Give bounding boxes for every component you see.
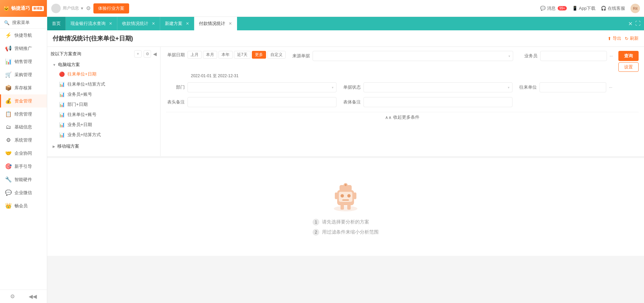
partner-select[interactable] [539,82,606,92]
empty-tip-1: 1 请先选择要分析的方案 [313,219,379,225]
last-month-btn[interactable]: 上月 [187,51,202,59]
sidebar-item-finance[interactable]: 💰 资金管理 [0,94,47,108]
refresh-button[interactable]: ↻ 刷新 [625,35,639,41]
tab-home[interactable]: 首页 [47,17,66,30]
scheme-label-unit-settle: 往来单位+结算方式 [67,81,105,87]
scheme-item-staff-date[interactable]: 📊 业务员+日期 [51,120,157,130]
bill-status-label: 单据状态 [342,84,361,90]
sidebar-item-quick-nav[interactable]: ⚡ 快捷导航 [0,29,47,42]
scheme-item-dept-date[interactable]: 📊 部门+日期 [51,99,157,110]
filter-row-1: 单据日期 上月 本月 本年 近7天 更多 自定义 来源单据 [166,51,639,72]
svg-rect-8 [341,205,344,210]
partner-field: 往来单位 ··· [518,82,612,92]
filter-row-3: 表头备注 表体备注 [166,97,639,107]
mobile-group-label: 移动端方案 [57,143,79,149]
export-button[interactable]: ⬆ 导出 [608,35,621,41]
sidebar-item-guide[interactable]: 🎯 新手引导 [0,160,47,173]
scheme-item-unit-date[interactable]: 🔴 往来单位+日期 [51,69,157,79]
scheme-icon-unit-date: 🔴 [59,71,65,77]
tab-bank-flow[interactable]: 现金银行流水查询✕ [66,17,117,30]
sidebar-footer: ⚙ ◀◀ [0,290,47,303]
header-note-input[interactable] [187,97,336,107]
this-year-btn[interactable]: 本年 [218,51,233,59]
dept-select[interactable]: ▾ [187,82,336,92]
collapse-scheme-btn[interactable]: ◀ [153,51,157,57]
last-7days-btn[interactable]: 近7天 [234,51,251,59]
footer-collapse-icon[interactable]: ◀◀ [29,293,37,300]
nav-icon-guide: 🎯 [5,163,12,170]
custom-date-btn[interactable]: 自定义 [267,51,286,59]
app-download-btn[interactable]: 📱 App下载 [572,5,595,11]
footer-settings-icon[interactable]: ⚙ [10,293,15,300]
filter-area: 按以下方案查询 + ⚙ ◀ ▼ 电脑端方案 [47,47,644,156]
user-dropdown-arrow[interactable]: ▾ [81,6,83,11]
staff-select[interactable] [540,51,607,61]
scheme-icon-unit-account: 📊 [59,112,65,117]
svg-point-4 [347,194,351,198]
scheme-item-staff-account[interactable]: 📊 业务员+账号 [51,89,157,99]
add-scheme-btn[interactable]: + [134,50,142,58]
close-all-tabs-icon[interactable]: ✕ [628,21,633,27]
source-bill-select[interactable]: ▾ [313,51,513,61]
staff-more-btn[interactable]: ··· [610,54,613,58]
tab-new-scheme[interactable]: 新建方案✕ [160,17,194,30]
scheme-item-unit-settle[interactable]: 📊 往来单位+结算方式 [51,79,157,89]
settings-icon: ⚙ [146,52,149,56]
sidebar-item-member[interactable]: 👑 畅会员 [0,199,47,212]
nav-label-finance: 资金管理 [14,98,32,104]
scheme-icon-dept-date: 📊 [59,102,65,107]
nav-label-basic: 基础信息 [14,124,32,130]
body-note-field: 表体备注 [342,97,513,107]
user-avatar-small[interactable]: Rit [631,4,640,13]
dept-arrow-icon: ▾ [332,86,333,89]
sidebar-nav: ⚡ 快捷导航 📢 营销推广 📊 销售管理 🛒 采购管理 📦 库存核算 💰 资金管… [0,29,47,212]
sidebar-item-purchase[interactable]: 🛒 采购管理 [0,68,47,81]
tab-items: 首页现金银行流水查询✕收款情况统计✕新建方案✕付款情况统计✕ [47,17,237,30]
header-right-actions: 💬 消息 99+ 📱 App下载 🎧 在线客服 Rit [540,4,640,13]
pc-scheme-group-header[interactable]: ▼ 电脑端方案 [51,60,157,69]
refresh-label: 刷新 [630,35,639,41]
bill-status-select[interactable]: ▾ [363,82,513,92]
body-note-input[interactable] [363,97,513,107]
tab-payment-stats[interactable]: 收款情况统计✕ [117,17,160,30]
settings-scheme-btn[interactable]: ⚙ [144,50,151,58]
sidebar-item-basic[interactable]: 🗂 基础信息 [0,121,47,133]
partner-more-btn[interactable]: ··· [609,85,612,90]
query-button[interactable]: 查询 [618,51,639,61]
add-icon: + [137,52,139,56]
trial-button[interactable]: 体验行业方案 [93,3,129,13]
collapse-more-btn[interactable]: ∧∧ 收起更多条件 [166,112,639,122]
tab-label-new-scheme: 新建方案 [165,21,182,27]
staff-label: 业务员 [519,53,537,59]
tab-close-payment-detail[interactable]: ✕ [229,21,232,26]
scheme-item-unit-account[interactable]: 📊 往来单位+账号 [51,110,157,120]
nav-icon-wechat: 💬 [5,189,12,196]
export-icon: ⬆ [608,36,611,41]
sidebar-item-operation[interactable]: 📋 经营管理 [0,108,47,121]
search-menu[interactable]: 🔍 搜索菜单 [0,17,47,29]
this-month-btn[interactable]: 本月 [203,51,217,59]
scheme-list: 🔴 往来单位+日期 📊 往来单位+结算方式 📊 业务员+账号 📊 部门+日期 📊… [51,69,157,140]
gear-icon[interactable]: ⚙ [86,5,91,11]
tab-payment-detail[interactable]: 付款情况统计✕ [194,17,237,30]
settings-button[interactable]: 设置 [618,62,639,72]
sidebar-item-sales[interactable]: 📊 销售管理 [0,55,47,68]
online-service-btn[interactable]: 🎧 在线客服 [601,5,625,11]
sidebar-item-marketing[interactable]: 📢 营销推广 [0,42,47,55]
message-btn[interactable]: 💬 消息 99+ [540,5,567,11]
sidebar-item-hardware[interactable]: 🔧 智能硬件 [0,173,47,186]
tab-close-payment-stats[interactable]: ✕ [152,21,155,26]
tab-close-new-scheme[interactable]: ✕ [186,21,189,26]
nav-label-sales: 销售管理 [14,59,32,65]
more-dates-btn[interactable]: 更多 [252,51,266,59]
sidebar-item-wechat[interactable]: 💬 企业微信 [0,186,47,199]
mobile-scheme-group-header[interactable]: ▶ 移动端方案 [51,142,157,151]
tab-bar: 首页现金银行流水查询✕收款情况统计✕新建方案✕付款情况统计✕ ✕ ⛶ [47,17,644,30]
tab-close-bank-flow[interactable]: ✕ [109,21,112,26]
scheme-item-staff-settle[interactable]: 📊 业务员+结算方式 [51,130,157,140]
sidebar-item-inventory[interactable]: 📦 库存核算 [0,81,47,94]
maximize-icon[interactable]: ⛶ [635,21,641,27]
sidebar-item-system[interactable]: ⚙ 系统管理 [0,133,47,147]
sidebar: 🐱 畅捷通巧 标准版 🔍 搜索菜单 ⚡ 快捷导航 📢 营销推广 📊 销售管理 🛒… [0,0,47,303]
sidebar-item-enterprise[interactable]: 🤝 企业协同 [0,147,47,160]
